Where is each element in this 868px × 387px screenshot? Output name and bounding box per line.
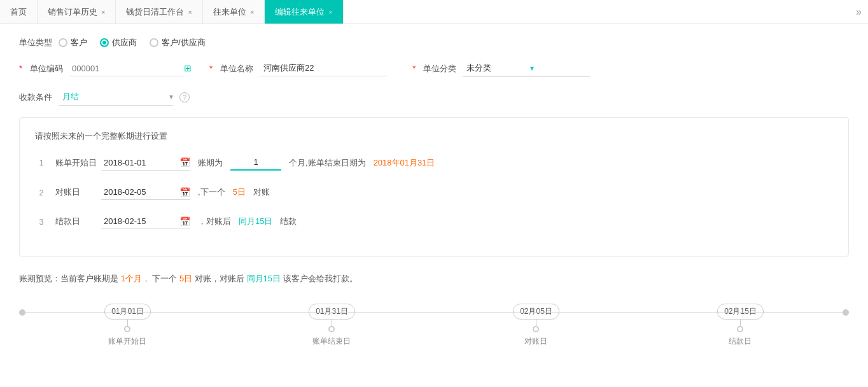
period-date-field-2[interactable]: 📅 — [101, 185, 190, 200]
preview-part3-suffix: 该客户会给我打款。 — [283, 274, 358, 283]
timeline-end-dot — [843, 304, 849, 316]
unit-type-radio-group: 客户 供应商 客户/供应商 — [59, 37, 206, 48]
period-row3-prefix: ，对账后 — [198, 216, 231, 227]
preview-part2-prefix: 下一个 — [152, 274, 177, 283]
period-row2-suffix: 对账 — [253, 186, 270, 198]
milestone-bubble-2: 01月31日 — [309, 304, 355, 320]
tab-partner[interactable]: 往来单位 × — [203, 0, 265, 24]
payment-condition-value: 月结 — [59, 88, 169, 105]
tab-expand-button[interactable]: » — [850, 0, 868, 24]
payment-condition-select[interactable]: 月结 ▾ — [59, 88, 173, 106]
unit-type-label: 单位类型 — [19, 37, 52, 48]
milestone-bubble-1: 01月01日 — [104, 304, 151, 320]
unit-name-input[interactable] — [260, 61, 387, 76]
tab-close-partner[interactable]: × — [250, 8, 254, 16]
preview-part2-suffix: 对账，对账后 — [195, 274, 244, 283]
preview-section: 账期预览：当前客户账期是 1个月， 下一个 5日 对账，对账后 同月15日 该客… — [19, 263, 849, 347]
calendar-icon-3[interactable]: 📅 — [179, 216, 190, 227]
unit-category-value: 未分类 — [463, 60, 528, 76]
unit-code-required: * — [19, 64, 22, 73]
main-content: 单位类型 客户 供应商 客户/供应商 * 单位编码 ⊞ * 单位名称 * — [0, 24, 868, 387]
tab-edit-partner[interactable]: 编辑往来单位 × — [265, 0, 343, 24]
unit-category-chevron-icon: ▾ — [528, 64, 590, 73]
preview-part2-highlight: 5日 — [179, 274, 192, 283]
milestone-bubble-3: 02月05日 — [513, 304, 559, 320]
period-date-input-3[interactable] — [101, 214, 179, 229]
period-row2-prefix: ,下一个 — [198, 186, 225, 198]
period-row3-highlight: 同月15日 — [239, 216, 272, 227]
radio-circle-both — [150, 38, 158, 47]
period-row3-suffix: 结款 — [280, 216, 297, 227]
milestone-4: 02月15日 结款日 — [717, 304, 764, 347]
radio-label-both: 客户/供应商 — [162, 37, 206, 48]
tab-close-edit-partner[interactable]: × — [328, 8, 332, 16]
period-date-input-2[interactable] — [101, 185, 179, 199]
period-end-date-highlight: 2018年01月31日 — [374, 157, 435, 169]
period-date-field-3[interactable]: 📅 — [101, 214, 190, 229]
unit-name-label: 单位名称 — [220, 63, 253, 74]
payment-condition-chevron-icon: ▾ — [169, 92, 173, 101]
preview-part1: 1个月， — [121, 274, 150, 283]
unit-category-label: 单位分类 — [423, 63, 456, 74]
period-months-input[interactable] — [230, 155, 281, 171]
radio-supplier[interactable]: 供应商 — [100, 37, 137, 48]
tab-cash-work[interactable]: 钱货日清工作台 × — [116, 0, 202, 24]
period-row2-highlight: 5日 — [233, 186, 246, 198]
milestone-label-2: 账单结束日 — [312, 336, 351, 347]
radio-circle-customer — [59, 38, 67, 47]
tab-close-cash-work[interactable]: × — [188, 8, 192, 16]
timeline-start-dot — [19, 304, 25, 316]
period-title: 请按照未来的一个完整帐期进行设置 — [35, 130, 833, 142]
unit-category-required: * — [412, 64, 416, 73]
tab-sales-history[interactable]: 销售订单历史 × — [38, 0, 116, 24]
radio-label-supplier: 供应商 — [112, 37, 137, 48]
tab-bar: 首页 销售订单历史 × 钱货日清工作台 × 往来单位 × 编辑往来单位 × » — [0, 0, 868, 24]
unit-type-row: 单位类型 客户 供应商 客户/供应商 — [19, 37, 849, 48]
period-label-1: 账单开始日 — [55, 157, 94, 169]
tab-home[interactable]: 首页 — [0, 0, 38, 24]
timeline: 01月01日 账单开始日 01月31日 账单结束日 02月05日 — [19, 297, 849, 347]
unit-name-required: * — [209, 64, 213, 73]
radio-both[interactable]: 客户/供应商 — [150, 37, 206, 48]
unit-code-input[interactable] — [69, 61, 181, 76]
radio-customer[interactable]: 客户 — [59, 37, 87, 48]
timeline-dot-start — [19, 309, 25, 316]
period-num-2: 2 — [35, 188, 48, 197]
period-suffix-after-1: 个月,账单结束日期为 — [289, 157, 366, 169]
milestone-dot-4 — [737, 326, 743, 332]
period-num-3: 3 — [35, 217, 48, 227]
unit-code-field[interactable]: ⊞ — [69, 61, 184, 76]
preview-prefix: 账期预览：当前客户账期是 — [19, 274, 118, 283]
period-suffix-before-1: 账期为 — [198, 157, 223, 169]
milestone-3: 02月05日 对账日 — [513, 304, 559, 347]
milestone-label-4: 结款日 — [729, 336, 752, 347]
unit-code-label: 单位编码 — [30, 63, 63, 74]
timeline-line — [22, 313, 846, 313]
preview-part3-highlight: 同月15日 — [247, 274, 281, 283]
unit-code-copy-icon[interactable]: ⊞ — [181, 63, 194, 73]
milestone-bubble-4: 02月15日 — [717, 304, 764, 320]
period-label-3: 结款日 — [55, 216, 94, 227]
calendar-icon-2[interactable]: 📅 — [179, 187, 190, 197]
period-settings-box: 请按照未来的一个完整帐期进行设置 1 账单开始日 📅 账期为 个月,账单结束日期… — [19, 117, 849, 257]
milestone-dot-2 — [328, 326, 335, 332]
unit-category-select[interactable]: 未分类 ▾ — [463, 60, 590, 77]
radio-circle-supplier — [100, 38, 109, 47]
calendar-icon-1[interactable]: 📅 — [179, 157, 190, 167]
period-date-field-1[interactable]: 📅 — [101, 155, 190, 171]
milestone-label-1: 账单开始日 — [108, 336, 146, 347]
payment-condition-label: 收款条件 — [19, 92, 52, 103]
milestone-dot-3 — [533, 326, 539, 332]
period-row-1: 1 账单开始日 📅 账期为 个月,账单结束日期为 2018年01月31日 — [35, 155, 833, 171]
tab-close-sales-history[interactable]: × — [101, 8, 105, 16]
milestone-connector-4 — [740, 320, 741, 326]
timeline-milestones: 01月01日 账单开始日 01月31日 账单结束日 02月05日 — [25, 304, 843, 347]
radio-label-customer: 客户 — [71, 37, 87, 48]
help-icon[interactable]: ? — [179, 92, 190, 102]
milestone-1: 01月01日 账单开始日 — [104, 304, 151, 347]
period-date-input-1[interactable] — [101, 155, 179, 170]
milestone-connector-2 — [332, 320, 332, 326]
preview-text: 账期预览：当前客户账期是 1个月， 下一个 5日 对账，对账后 同月15日 该客… — [19, 273, 849, 285]
milestone-connector-3 — [536, 320, 536, 326]
period-label-2: 对账日 — [55, 186, 94, 198]
